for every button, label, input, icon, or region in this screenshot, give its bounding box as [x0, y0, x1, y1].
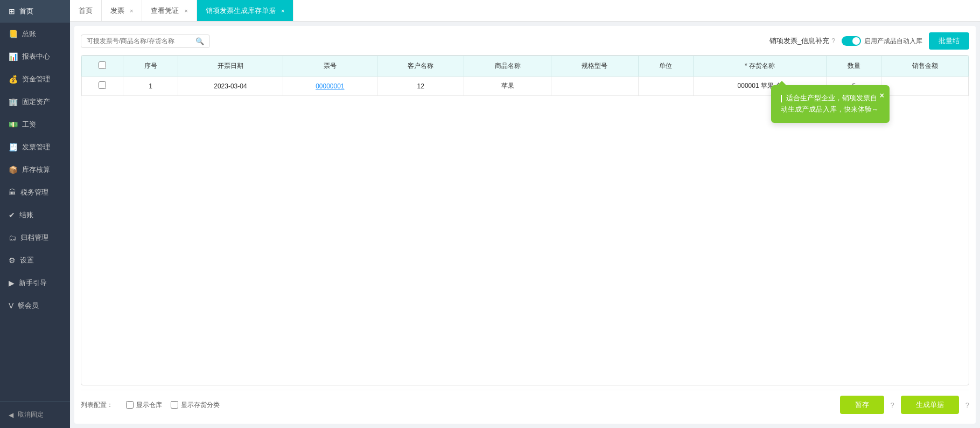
sidebar-bottom: ◀ 取消固定 — [0, 401, 70, 428]
batch-button[interactable]: 批量结 — [929, 32, 969, 50]
main-area: 首页 发票 × 查看凭证 × 销项发票生成库存单据 × 🔍 销项发票_信息补充 … — [70, 0, 980, 428]
tooltip-close-button[interactable]: × — [880, 89, 884, 101]
row-sales-amount — [881, 77, 969, 96]
toggle-knob — [852, 37, 860, 45]
sidebar-item-invoice-management[interactable]: 🧾 发票管理 — [0, 136, 70, 158]
row-date: 2023-03-04 — [178, 77, 283, 96]
show-category-checkbox[interactable] — [171, 401, 178, 409]
sidebar-item-fund-management[interactable]: 💰 资金管理 — [0, 68, 70, 91]
sidebar-item-settings[interactable]: ⚙ 设置 — [0, 249, 70, 272]
page-content: 🔍 销项发票_信息补充 ? 启用产成品自动入库 批量结 — [74, 26, 976, 424]
show-category-label[interactable]: 显示存货分类 — [171, 401, 220, 410]
tax-icon: 🏛 — [9, 188, 16, 197]
sidebar-item-member[interactable]: V 畅会员 — [0, 294, 70, 317]
row-unit — [638, 77, 693, 96]
toggle-area: 启用产成品自动入库 — [842, 36, 922, 46]
col-product: 商品名称 — [464, 56, 551, 77]
toolbar: 🔍 销项发票_信息补充 ? 启用产成品自动入库 批量结 — [81, 32, 969, 50]
unpin-button[interactable]: ◀ 取消固定 — [0, 406, 70, 424]
sidebar-item-archive[interactable]: 🗂 归档管理 — [0, 226, 70, 249]
checkout-icon: ✔ — [9, 211, 15, 219]
sidebar-item-inventory[interactable]: 📦 库存核算 — [0, 158, 70, 181]
search-icon: 🔍 — [195, 37, 204, 45]
gear-icon: ⚙ — [9, 256, 16, 265]
sidebar-item-general-ledger[interactable]: 📒 总账 — [0, 23, 70, 45]
unpin-icon: ◀ — [9, 411, 13, 419]
home-icon: ⊞ — [9, 7, 15, 16]
search-input[interactable] — [87, 37, 193, 45]
sidebar-item-fixed-assets[interactable]: 🏢 固定资产 — [0, 91, 70, 113]
row-checkbox[interactable] — [99, 81, 106, 89]
bottom-bar: 列表配置： 显示仓库 显示存货分类 暂存 ? 生成单据 ? — [81, 390, 969, 417]
generate-button[interactable]: 生成单据 — [901, 396, 959, 414]
col-date: 开票日期 — [178, 56, 283, 77]
col-spec: 规格型号 — [551, 56, 639, 77]
col-inventory-name: * 存货名称 — [693, 56, 827, 77]
inventory-icon: 📦 — [9, 165, 18, 174]
tab-close-voucher[interactable]: × — [184, 8, 187, 14]
row-ticket-no[interactable]: 00000001 — [283, 77, 377, 96]
show-warehouse-label[interactable]: 显示仓库 — [126, 401, 162, 410]
row-index: 1 — [123, 77, 178, 96]
save-help-icon[interactable]: ? — [891, 401, 894, 409]
info-question-icon[interactable]: ? — [831, 37, 835, 45]
tab-close-inventory-doc[interactable]: × — [281, 8, 284, 14]
tooltip-cursor — [781, 95, 782, 102]
assets-icon: 🏢 — [9, 98, 18, 106]
auto-warehouse-toggle[interactable] — [842, 36, 861, 46]
search-box[interactable]: 🔍 — [81, 34, 210, 48]
select-all-checkbox[interactable] — [99, 61, 106, 69]
row-checkbox-cell — [82, 77, 123, 96]
col-unit: 单位 — [638, 56, 693, 77]
tab-close-invoice[interactable]: × — [130, 8, 133, 14]
sidebar-item-payroll[interactable]: 💵 工资 — [0, 113, 70, 136]
save-button[interactable]: 暂存 — [840, 396, 884, 414]
col-index: 序号 — [123, 56, 178, 77]
info-label: 销项发票_信息补充 ? — [769, 36, 835, 46]
member-icon: V — [9, 301, 13, 310]
sidebar-item-home[interactable]: ⊞ 首页 — [0, 0, 70, 23]
row-spec — [551, 77, 639, 96]
col-checkbox — [82, 56, 123, 77]
list-config-label: 列表配置： — [81, 401, 113, 410]
col-quantity: 数量 — [827, 56, 881, 77]
tab-home[interactable]: 首页 — [70, 0, 102, 21]
tab-voucher[interactable]: 查看凭证 × — [142, 0, 197, 21]
sidebar-item-checkout[interactable]: ✔ 结账 — [0, 204, 70, 226]
bottom-actions: 暂存 ? 生成单据 ? — [840, 396, 969, 414]
col-ticket-no: 票号 — [283, 56, 377, 77]
tab-invoice[interactable]: 发票 × — [102, 0, 142, 21]
sidebar-item-beginner-guide[interactable]: ▶ 新手引导 — [0, 272, 70, 294]
col-sales-amount: 销售金额 — [881, 56, 969, 77]
tab-inventory-doc[interactable]: 销项发票生成库存单据 × — [197, 0, 293, 21]
tooltip-popup: 适合生产型企业，销项发票自动生成产成品入库，快来体验～ × — [771, 85, 890, 123]
archive-icon: 🗂 — [9, 233, 16, 242]
payroll-icon: 💵 — [9, 120, 18, 129]
guide-icon: ▶ — [9, 279, 15, 287]
ledger-icon: 📒 — [9, 30, 18, 38]
sidebar-item-report-center[interactable]: 📊 报表中心 — [0, 45, 70, 68]
fund-icon: 💰 — [9, 75, 18, 84]
invoice-icon: 🧾 — [9, 143, 18, 151]
row-product: 苹果 — [464, 77, 551, 96]
report-icon: 📊 — [9, 52, 18, 61]
col-customer: 客户名称 — [377, 56, 464, 77]
tab-bar: 首页 发票 × 查看凭证 × 销项发票生成库存单据 × — [70, 0, 980, 22]
generate-help-icon[interactable]: ? — [965, 401, 969, 409]
sidebar: ⊞ 首页 📒 总账 📊 报表中心 💰 资金管理 🏢 固定资产 💵 工资 🧾 发票… — [0, 0, 70, 428]
toolbar-right: 销项发票_信息补充 ? 启用产成品自动入库 批量结 — [769, 32, 969, 50]
sidebar-item-tax-management[interactable]: 🏛 税务管理 — [0, 181, 70, 204]
show-warehouse-checkbox[interactable] — [126, 401, 134, 409]
row-customer: 12 — [377, 77, 464, 96]
